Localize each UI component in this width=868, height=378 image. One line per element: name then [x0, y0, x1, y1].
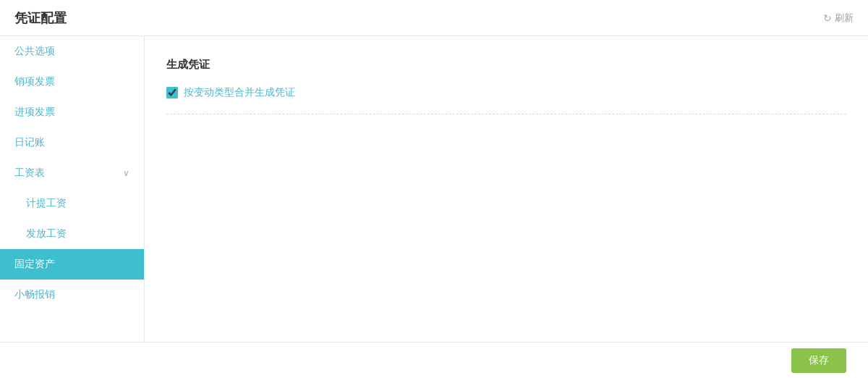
sidebar-item-expense-report[interactable]: 小畅报销	[0, 280, 144, 310]
refresh-icon: ↻	[823, 12, 832, 24]
section-divider	[166, 114, 846, 114]
merge-checkbox-label[interactable]: 按变动类型合并生成凭证	[184, 86, 295, 99]
sidebar-item-accrual-wages[interactable]: 计提工资	[0, 188, 144, 219]
sidebar-item-fixed-assets[interactable]: 固定资产	[0, 249, 144, 280]
page-wrapper: 凭证配置 ↻ 刷新 公共选项销项发票进项发票日记账工资表∨计提工资发放工资固定资…	[0, 0, 868, 378]
page-title: 凭证配置	[14, 9, 67, 27]
sidebar-label-distribute-wages: 发放工资	[26, 227, 67, 240]
refresh-label: 刷新	[835, 12, 854, 25]
sidebar-label-expense-report: 小畅报销	[14, 288, 55, 301]
sidebar-item-public-options[interactable]: 公共选项	[0, 36, 144, 67]
main-content: 公共选项销项发票进项发票日记账工资表∨计提工资发放工资固定资产小畅报销 生成凭证…	[0, 36, 868, 342]
checkbox-row: 按变动类型合并生成凭证	[166, 86, 846, 99]
sidebar-item-sales-invoice[interactable]: 销项发票	[0, 67, 144, 97]
sidebar: 公共选项销项发票进项发票日记账工资表∨计提工资发放工资固定资产小畅报销	[0, 36, 145, 342]
refresh-button[interactable]: ↻ 刷新	[823, 12, 854, 25]
footer: 保存	[0, 342, 868, 378]
section-title: 生成凭证	[166, 58, 846, 72]
sidebar-label-payroll-table: 工资表	[14, 167, 45, 180]
sidebar-label-accrual-wages: 计提工资	[26, 197, 67, 210]
sidebar-item-distribute-wages[interactable]: 发放工资	[0, 219, 144, 249]
content-panel: 生成凭证 按变动类型合并生成凭证	[145, 36, 868, 342]
sidebar-item-purchase-invoice[interactable]: 进项发票	[0, 97, 144, 127]
sidebar-item-payroll-table[interactable]: 工资表∨	[0, 158, 144, 188]
sidebar-label-purchase-invoice: 进项发票	[14, 106, 55, 119]
sidebar-item-journal[interactable]: 日记账	[0, 127, 144, 158]
save-button[interactable]: 保存	[791, 348, 846, 373]
sidebar-label-sales-invoice: 销项发票	[14, 75, 55, 88]
header: 凭证配置 ↻ 刷新	[0, 0, 868, 36]
sidebar-label-fixed-assets: 固定资产	[14, 258, 55, 271]
chevron-down-icon: ∨	[123, 168, 129, 178]
sidebar-label-journal: 日记账	[14, 136, 45, 149]
sidebar-label-public-options: 公共选项	[14, 45, 55, 58]
merge-checkbox[interactable]	[166, 87, 178, 98]
